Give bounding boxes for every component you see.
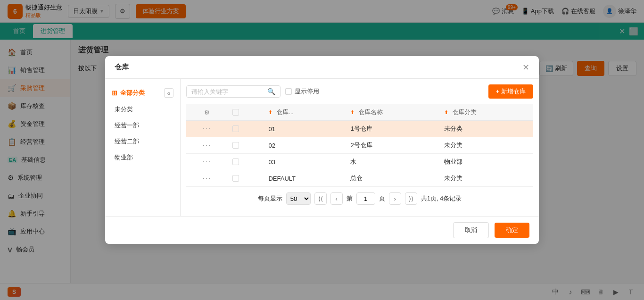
sort-icon: ⬆ bbox=[350, 109, 355, 115]
show-disabled-checkbox[interactable] bbox=[285, 88, 292, 95]
row-checkbox[interactable] bbox=[232, 125, 239, 132]
search-input-wrap: 🔍 bbox=[186, 85, 281, 98]
row-actions-cell: ··· bbox=[186, 170, 228, 187]
row-num-cell: 03 bbox=[264, 154, 346, 170]
category-item-property[interactable]: 物业部 bbox=[105, 150, 180, 166]
category-item-ops2[interactable]: 经营二部 bbox=[105, 133, 180, 150]
row-more-icon[interactable]: ··· bbox=[202, 174, 211, 182]
total-info: 共1页, 4条记录 bbox=[421, 194, 462, 203]
show-disabled-area: 显示停用 bbox=[285, 87, 319, 96]
row-checkbox-cell bbox=[228, 121, 264, 137]
cancel-button[interactable]: 取消 bbox=[453, 222, 489, 238]
search-input[interactable] bbox=[191, 88, 264, 95]
row-name-cell: 水 bbox=[346, 154, 439, 170]
category-all[interactable]: ⊞ 全部分类 « bbox=[105, 84, 180, 101]
category-panel: ⊞ 全部分类 « 未分类 经营一部 经营二部 物业部 bbox=[105, 79, 181, 216]
confirm-button[interactable]: 确定 bbox=[495, 223, 529, 238]
row-checkbox-cell bbox=[228, 170, 264, 187]
sort-icon: ⬆ bbox=[444, 109, 448, 115]
row-checkbox[interactable] bbox=[232, 158, 239, 165]
row-num-cell: 01 bbox=[264, 121, 346, 137]
last-page-button[interactable]: ⟩⟩ bbox=[405, 192, 417, 205]
table-row[interactable]: ··· 02 2号仓库 未分类 bbox=[186, 137, 533, 154]
row-more-icon[interactable]: ··· bbox=[202, 158, 211, 166]
first-page-button[interactable]: ⟨⟨ bbox=[314, 192, 327, 205]
page-label: 第 bbox=[347, 194, 353, 203]
sort-icon: ⬆ bbox=[268, 109, 272, 115]
table-row[interactable]: ··· DEFAULT 总仓 未分类 bbox=[186, 170, 533, 187]
row-name-cell: 2号仓库 bbox=[346, 137, 439, 154]
row-category-cell: 未分类 bbox=[439, 137, 533, 154]
warehouse-table: ⚙ ⬆ 仓库... ⬆ bbox=[186, 104, 533, 187]
warehouse-modal: 仓库 ✕ ⊞ 全部分类 « 未分类 经营一部 经营二部 物业部 bbox=[105, 56, 539, 244]
modal-overlay: 仓库 ✕ ⊞ 全部分类 « 未分类 经营一部 经营二部 物业部 bbox=[0, 0, 644, 300]
table-row[interactable]: ··· 03 水 物业部 bbox=[186, 154, 533, 170]
col-checkbox[interactable] bbox=[228, 104, 264, 121]
page-number-input[interactable] bbox=[356, 192, 375, 205]
row-actions-cell: ··· bbox=[186, 121, 228, 137]
row-more-icon[interactable]: ··· bbox=[202, 125, 211, 133]
table-container: ⚙ ⬆ 仓库... ⬆ bbox=[186, 104, 533, 187]
table-toolbar: 🔍 显示停用 + 新增仓库 bbox=[186, 84, 533, 99]
modal-footer: 取消 确定 bbox=[105, 216, 539, 244]
grid-icon: ⊞ bbox=[112, 89, 117, 97]
search-icon: 🔍 bbox=[267, 88, 275, 95]
settings-col-icon: ⚙ bbox=[204, 109, 210, 116]
category-item-uncategorized[interactable]: 未分类 bbox=[105, 101, 180, 117]
row-more-icon[interactable]: ··· bbox=[202, 141, 211, 149]
per-page-select[interactable]: 102050100 bbox=[286, 192, 311, 205]
row-num-cell: DEFAULT bbox=[264, 170, 346, 187]
row-checkbox[interactable] bbox=[232, 142, 239, 149]
row-category-cell: 未分类 bbox=[439, 121, 533, 137]
row-checkbox[interactable] bbox=[232, 175, 239, 182]
table-row[interactable]: ··· 01 1号仓库 未分类 bbox=[186, 121, 533, 137]
modal-body: ⊞ 全部分类 « 未分类 经营一部 经营二部 物业部 🔍 bbox=[105, 79, 539, 216]
row-checkbox-cell bbox=[228, 154, 264, 170]
row-name-cell: 总仓 bbox=[346, 170, 439, 187]
category-item-ops1[interactable]: 经营一部 bbox=[105, 117, 180, 133]
row-num-cell: 02 bbox=[264, 137, 346, 154]
select-all-checkbox[interactable] bbox=[232, 109, 239, 116]
row-name-cell: 1号仓库 bbox=[346, 121, 439, 137]
row-checkbox-cell bbox=[228, 137, 264, 154]
modal-close-button[interactable]: ✕ bbox=[522, 63, 529, 72]
row-actions-cell: ··· bbox=[186, 137, 228, 154]
modal-title: 仓库 bbox=[115, 63, 129, 72]
row-category-cell: 物业部 bbox=[439, 154, 533, 170]
prev-page-button[interactable]: ‹ bbox=[330, 192, 343, 205]
pagination: 每页显示 102050100 ⟨⟨ ‹ 第 页 › ⟩⟩ 共1页, 4条记录 bbox=[186, 187, 533, 210]
col-category[interactable]: ⬆ 仓库分类 bbox=[439, 104, 533, 121]
col-code[interactable]: ⬆ 仓库... bbox=[264, 104, 346, 121]
table-panel: 🔍 显示停用 + 新增仓库 ⚙ bbox=[181, 79, 539, 216]
modal-header: 仓库 ✕ bbox=[105, 56, 539, 79]
collapse-panel-button[interactable]: « bbox=[164, 88, 173, 98]
page-unit: 页 bbox=[379, 194, 385, 203]
row-actions-cell: ··· bbox=[186, 154, 228, 170]
row-category-cell: 未分类 bbox=[439, 170, 533, 187]
add-warehouse-button[interactable]: + 新增仓库 bbox=[488, 84, 533, 99]
col-name[interactable]: ⬆ 仓库名称 bbox=[346, 104, 439, 121]
col-settings[interactable]: ⚙ bbox=[186, 104, 228, 121]
next-page-button[interactable]: › bbox=[389, 192, 401, 205]
